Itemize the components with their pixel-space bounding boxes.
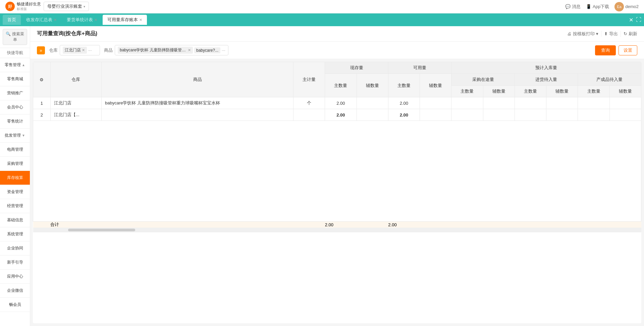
app-download-button[interactable]: 📱 App下载	[586, 4, 609, 10]
row-stock-main-2: 2.00	[325, 109, 357, 121]
warehouse-filter-group: 仓库 江北门店 ✕ ···	[49, 45, 100, 55]
sidebar-item-wholesale-label: 批发管理	[5, 133, 21, 138]
sidebar-item-finance-label: 资金管理	[7, 189, 23, 195]
tab-receive-summary[interactable]: 收发存汇总表 ✕	[21, 15, 61, 25]
purchase-aux-header: 辅数量	[483, 86, 515, 97]
sidebar-item-enterprise[interactable]: 企业协同	[0, 241, 30, 255]
product-more-icon[interactable]: ···	[222, 48, 225, 53]
maximize-window-icon[interactable]: ⛶	[636, 17, 641, 23]
page-title: 可用量查询(按仓库+商品)	[37, 30, 97, 41]
row-purchase-main-2	[451, 109, 483, 121]
page-header-actions: 🖨 按模板打印 ▾ ⬆ 导出 ↻ 刷新	[567, 31, 637, 41]
sidebar-item-ecommerce[interactable]: 电商管理	[0, 143, 30, 157]
sidebar-item-basic-info[interactable]: 基础信息	[0, 213, 30, 227]
sidebar-item-system[interactable]: 系统管理	[0, 227, 30, 241]
sidebar-item-wechat[interactable]: 企业微信	[0, 284, 30, 298]
product-tag-1-remove-icon[interactable]: ✕	[188, 48, 191, 52]
export-icon: ⬆	[604, 31, 608, 36]
sidebar-item-guide[interactable]: 新手引导	[0, 255, 30, 270]
tab-available-stock[interactable]: 可用量库存账本 ✕	[103, 15, 147, 25]
logo-text-area: 畅捷通好生意 标准版	[17, 2, 41, 11]
sidebar-item-inventory[interactable]: 库存核算	[0, 171, 30, 185]
table-settings-header[interactable]: ⚙	[33, 62, 51, 97]
tab-available-stock-close[interactable]: ✕	[139, 18, 142, 22]
horizontal-scrollbar[interactable]	[33, 228, 641, 232]
app-download-icon: 📱	[586, 4, 591, 9]
row-product-2	[101, 109, 293, 121]
query-button[interactable]: 查询	[595, 45, 616, 55]
search-menu-label: 搜索菜单	[12, 32, 24, 42]
sidebar-item-member-label: 畅会员	[9, 302, 21, 308]
row-available-main-2: 2.00	[388, 109, 420, 121]
inbound-pending-header: 进货待入量	[515, 74, 578, 86]
settings-button[interactable]: 设置	[619, 45, 637, 55]
avatar-text: Ea	[617, 5, 622, 9]
close-window-icon[interactable]: ✕	[629, 17, 633, 23]
row-available-aux-2	[420, 109, 451, 121]
refresh-icon: ↻	[624, 31, 627, 36]
tab-order-statistics[interactable]: 要货单统计表 ✕	[62, 15, 102, 25]
row-product-1: babycare学饮杯 儿童防摔防撞吸管杯重力球吸嘴杯宝宝水杯	[101, 97, 293, 109]
tab-home[interactable]: 首页	[3, 15, 21, 25]
search-icon: 🔍	[6, 32, 11, 36]
chevron-down-icon: ▾	[84, 5, 85, 8]
sidebar-item-app-center[interactable]: 应用中心	[0, 270, 30, 284]
sidebar-item-retail-mall[interactable]: 零售商城	[0, 72, 30, 86]
product-filter-input[interactable]: babycare学饮杯 儿童防摔防撞吸管杯重力球吸嘴杯宝宝水杯 ✕ babyca…	[115, 45, 228, 55]
warehouse-tag-remove-icon[interactable]: ✕	[82, 48, 85, 52]
row-production-main-2	[578, 109, 609, 121]
logo-icon: 好	[5, 2, 15, 11]
filter-expand-button[interactable]: »	[37, 46, 45, 54]
row-stock-main-1: 2.00	[325, 97, 357, 109]
store-selector[interactable]: 母婴行业演示账套 ▾	[44, 2, 89, 11]
available-main-header: 主数量	[388, 74, 420, 97]
logo-sub: 标准版	[17, 7, 41, 11]
summary-empty-1	[33, 222, 51, 228]
tab-order-statistics-close[interactable]: ✕	[94, 18, 97, 22]
row-inbound-aux-1	[546, 97, 578, 109]
product-tag-2-value: babycare?...	[196, 48, 218, 53]
quick-nav-button[interactable]: 快捷导航	[0, 48, 30, 58]
sidebar: 🔍 搜索菜单 快捷导航 零售管理 ▲ 零售商城 营销推广 会员中心 零售统计 批…	[0, 26, 30, 326]
warehouse-tag-value: 江北门店	[65, 47, 81, 53]
sidebar-item-retail-stats[interactable]: 零售统计	[0, 114, 30, 129]
sidebar-item-member-center-label: 会员中心	[7, 104, 23, 110]
sidebar-item-system-label: 系统管理	[7, 231, 23, 237]
sidebar-item-retail-management[interactable]: 零售管理 ▲	[0, 58, 30, 72]
print-button[interactable]: 🖨 按模板打印 ▾	[567, 31, 598, 37]
row-production-main-1	[578, 97, 609, 109]
search-menu-button[interactable]: 🔍 搜索菜单	[3, 29, 27, 45]
empty-row	[33, 121, 641, 222]
filter-actions: 查询 设置	[595, 45, 637, 55]
refresh-button[interactable]: ↻ 刷新	[621, 31, 637, 37]
top-bar-left: 好 畅捷通好生意 标准版 母婴行业演示账套 ▾	[5, 2, 89, 11]
sidebar-item-wholesale[interactable]: 批发管理 ▼	[0, 129, 30, 143]
user-area[interactable]: Ea demo2	[614, 2, 639, 11]
stock-aux-header: 辅数量	[357, 74, 388, 97]
summary-purchase-main	[451, 222, 483, 228]
sidebar-item-purchase[interactable]: 采购管理	[0, 157, 30, 171]
sidebar-item-operations-label: 经营管理	[7, 203, 23, 209]
table-row: 1 江北门店 babycare学饮杯 儿童防摔防撞吸管杯重力球吸嘴杯宝宝水杯 个…	[33, 97, 641, 109]
data-table: ⚙ 仓库 商品 主计量 现存量 可用量 预计入库量 主数量 辅数量 主数量 辅数…	[33, 62, 641, 232]
tab-receive-summary-label: 收发存汇总表	[26, 17, 52, 23]
export-button[interactable]: ⬆ 导出	[601, 31, 618, 37]
sidebar-item-purchase-label: 采购管理	[7, 161, 23, 167]
scrollbar-thumb[interactable]	[68, 229, 135, 231]
purchase-transit-header: 采购在途量	[451, 74, 515, 86]
main-layout: 🔍 搜索菜单 快捷导航 零售管理 ▲ 零售商城 营销推广 会员中心 零售统计 批…	[0, 26, 644, 326]
sidebar-item-finance[interactable]: 资金管理	[0, 185, 30, 199]
sidebar-item-operations[interactable]: 经营管理	[0, 199, 30, 213]
stock-main-header: 主数量	[325, 74, 357, 97]
summary-purchase-aux	[483, 222, 515, 228]
row-warehouse-1: 江北门店	[50, 97, 101, 109]
sidebar-item-marketing[interactable]: 营销推广	[0, 86, 30, 100]
warehouse-more-icon[interactable]: ···	[88, 48, 92, 53]
production-main-header: 主数量	[578, 86, 609, 97]
sidebar-item-member-center[interactable]: 会员中心	[0, 100, 30, 114]
tab-receive-summary-close[interactable]: ✕	[54, 18, 57, 22]
available-group-header: 可用量	[388, 62, 451, 74]
message-button[interactable]: 💬 消息	[565, 4, 581, 10]
sidebar-item-member[interactable]: 畅会员	[0, 298, 30, 312]
warehouse-filter-input[interactable]: 江北门店 ✕ ···	[60, 45, 100, 55]
